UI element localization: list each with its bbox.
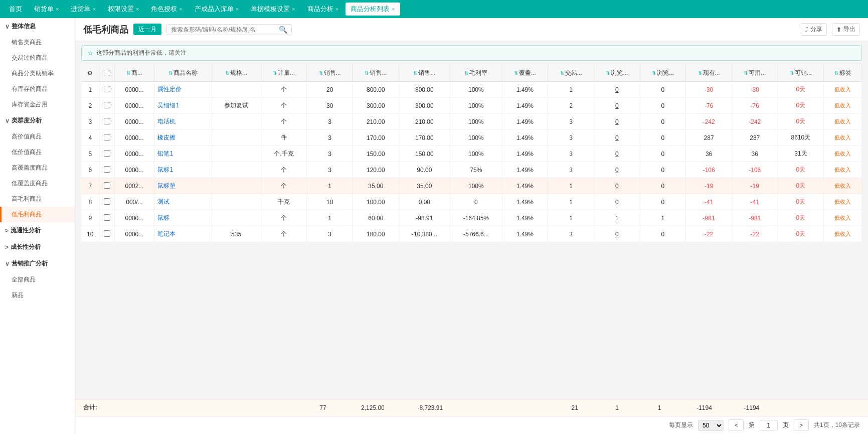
- col-sales-profit-header[interactable]: ⇅销售...: [399, 65, 450, 82]
- row-name[interactable]: 橡皮擦: [154, 130, 212, 146]
- browse1-link[interactable]: 0: [615, 199, 619, 206]
- row-name[interactable]: 吴细细1: [154, 98, 212, 114]
- row-checkbox-cell[interactable]: [99, 130, 114, 146]
- sidebar-group-整体信息[interactable]: ∨整体信息: [0, 18, 75, 35]
- row-checkbox-cell[interactable]: [99, 194, 114, 210]
- row-browse1[interactable]: 0: [594, 146, 640, 162]
- row-name[interactable]: 笔记本: [154, 226, 212, 242]
- nav-close-icon[interactable]: ×: [236, 6, 239, 12]
- col-unit-header[interactable]: ⇅计量...: [261, 65, 307, 82]
- row-name[interactable]: 属性定价: [154, 82, 212, 98]
- sidebar-item-低毛利商品[interactable]: 低毛利商品: [0, 207, 75, 222]
- nav-close-icon[interactable]: ×: [179, 6, 182, 12]
- col-spec-header[interactable]: ⇅规格...: [212, 65, 261, 82]
- row-checkbox[interactable]: [104, 150, 110, 157]
- row-checkbox-cell[interactable]: [99, 178, 114, 194]
- sidebar-item-库存资金占用[interactable]: 库存资金占用: [0, 97, 75, 112]
- row-checkbox-cell[interactable]: [99, 114, 114, 130]
- sidebar-group-成长性分析[interactable]: >成长性分析: [0, 239, 75, 255]
- col-sales-qty-header[interactable]: ⇅销售...: [307, 65, 353, 82]
- row-checkbox-cell[interactable]: [99, 226, 114, 242]
- col-browse1-header[interactable]: ⇅浏览...: [594, 65, 640, 82]
- row-browse1[interactable]: 0: [594, 194, 640, 210]
- per-page-select[interactable]: 50 100 200: [698, 420, 724, 431]
- nav-close-icon[interactable]: ×: [392, 6, 395, 12]
- row-browse1[interactable]: 0: [594, 114, 640, 130]
- browse1-link[interactable]: 0: [615, 86, 619, 93]
- nav-item-商品分析[interactable]: 商品分析×: [302, 3, 343, 16]
- row-checkbox[interactable]: [104, 166, 110, 173]
- row-checkbox[interactable]: [104, 230, 110, 237]
- next-page-button[interactable]: ＞: [794, 419, 809, 431]
- col-trade-header[interactable]: ⇅交易...: [548, 65, 594, 82]
- sidebar-group-类群度分析[interactable]: ∨类群度分析: [0, 112, 75, 129]
- browse1-link[interactable]: 0: [615, 231, 619, 238]
- row-name[interactable]: 铅笔1: [154, 146, 212, 162]
- row-checkbox[interactable]: [104, 214, 110, 221]
- col-code-header[interactable]: ⇅商...: [114, 65, 154, 82]
- table-container[interactable]: ⚙ ⇅商... ⇅商品名称 ⇅规格... ⇅计量... ⇅销售... ⇅销售..…: [75, 65, 868, 399]
- row-checkbox[interactable]: [104, 182, 110, 189]
- search-icon[interactable]: 🔍: [279, 26, 287, 34]
- row-name[interactable]: 鼠标1: [154, 162, 212, 178]
- search-input[interactable]: [171, 26, 279, 33]
- nav-item-权限设置[interactable]: 权限设置×: [103, 3, 144, 16]
- row-browse1[interactable]: 0: [594, 130, 640, 146]
- sidebar-item-商品分类助销率[interactable]: 商品分类助销率: [0, 66, 75, 81]
- browse1-link[interactable]: 0: [615, 151, 619, 158]
- row-name[interactable]: 鼠标垫: [154, 178, 212, 194]
- row-browse1[interactable]: 1: [594, 210, 640, 226]
- row-checkbox[interactable]: [104, 134, 110, 140]
- page-number-input[interactable]: [760, 420, 778, 430]
- export-button[interactable]: ⬆ 导出: [832, 23, 860, 36]
- row-browse1[interactable]: 0: [594, 178, 640, 194]
- col-coverage-header[interactable]: ⇅覆盖...: [502, 65, 548, 82]
- row-checkbox-cell[interactable]: [99, 162, 114, 178]
- sidebar-item-新品[interactable]: 新品: [0, 287, 75, 303]
- nav-item-首页[interactable]: 首页: [4, 3, 27, 16]
- nav-close-icon[interactable]: ×: [56, 6, 59, 12]
- col-margin-header[interactable]: ⇅毛利率: [450, 65, 502, 82]
- col-available-header[interactable]: ⇅可用...: [732, 65, 778, 82]
- sidebar-item-销售类商品[interactable]: 销售类商品: [0, 35, 75, 50]
- nav-close-icon[interactable]: ×: [136, 6, 139, 12]
- nav-close-icon[interactable]: ×: [292, 6, 295, 12]
- browse1-link[interactable]: 0: [615, 118, 619, 125]
- row-browse1[interactable]: 0: [594, 226, 640, 242]
- sidebar-item-交易过的商品[interactable]: 交易过的商品: [0, 50, 75, 66]
- col-stock-header[interactable]: ⇅现有...: [686, 65, 732, 82]
- row-checkbox[interactable]: [104, 102, 110, 108]
- col-tag-header[interactable]: ⇅标签: [824, 65, 862, 82]
- row-checkbox[interactable]: [104, 198, 110, 205]
- sidebar-group-流通性分析[interactable]: >流通性分析: [0, 222, 75, 239]
- sidebar-item-低覆盖度商品[interactable]: 低覆盖度商品: [0, 176, 75, 191]
- nav-item-单据模板设置[interactable]: 单据模板设置×: [246, 3, 300, 16]
- nav-item-进货单[interactable]: 进货单×: [66, 3, 100, 16]
- row-checkbox[interactable]: [104, 86, 110, 92]
- row-name[interactable]: 鼠标: [154, 210, 212, 226]
- nav-item-角色授权[interactable]: 角色授权×: [146, 3, 187, 16]
- sidebar-item-高价值商品[interactable]: 高价值商品: [0, 129, 75, 144]
- col-settings[interactable]: ⚙: [81, 65, 99, 82]
- row-checkbox[interactable]: [104, 118, 110, 124]
- settings-icon[interactable]: ⚙: [87, 70, 93, 77]
- row-browse1[interactable]: 0: [594, 98, 640, 114]
- sidebar-group-营销推广分析[interactable]: ∨营销推广分析: [0, 255, 75, 272]
- col-sellable-header[interactable]: ⇅可销...: [778, 65, 824, 82]
- browse1-link[interactable]: 0: [615, 134, 619, 141]
- sidebar-item-高毛利商品[interactable]: 高毛利商品: [0, 191, 75, 207]
- sidebar-item-有库存的商品[interactable]: 有库存的商品: [0, 81, 75, 97]
- nav-item-销货单[interactable]: 销货单×: [29, 3, 64, 16]
- sidebar-item-高覆盖度商品[interactable]: 高覆盖度商品: [0, 160, 75, 176]
- col-browse2-header[interactable]: ⇅浏览...: [640, 65, 686, 82]
- browse1-link[interactable]: 0: [615, 102, 619, 109]
- browse1-link[interactable]: 1: [615, 215, 619, 222]
- col-checkbox[interactable]: [99, 65, 114, 82]
- row-name[interactable]: 测试: [154, 194, 212, 210]
- row-browse1[interactable]: 0: [594, 82, 640, 98]
- date-filter-button[interactable]: 近一月: [133, 24, 161, 35]
- nav-item-产成品入库单[interactable]: 产成品入库单×: [190, 3, 244, 16]
- nav-item-商品分析列表[interactable]: 商品分析列表×: [345, 3, 400, 16]
- row-checkbox-cell[interactable]: [99, 98, 114, 114]
- sidebar-item-低价值商品[interactable]: 低价值商品: [0, 144, 75, 160]
